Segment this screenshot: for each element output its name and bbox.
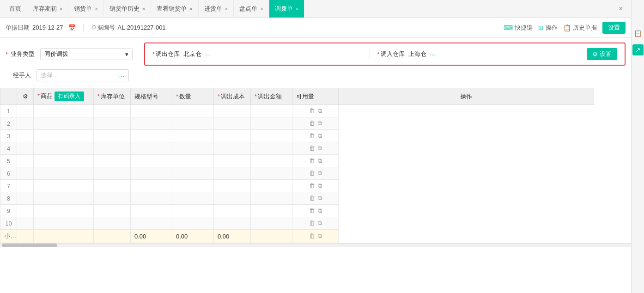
row-3-amount[interactable]: [214, 130, 251, 142]
row-2-cell-0[interactable]: [17, 117, 34, 130]
tab-transfer-order-close[interactable]: ×: [296, 6, 298, 12]
row-7-cell-0[interactable]: [17, 180, 34, 192]
row-5-amount[interactable]: [214, 155, 251, 167]
row-3-delete-icon[interactable]: 🗑: [309, 132, 315, 140]
row-8-qty[interactable]: [131, 192, 172, 205]
row-4-qty[interactable]: [131, 142, 172, 155]
row-4-amount[interactable]: [214, 142, 251, 155]
tab-inventory-check[interactable]: 盘点单 ×: [234, 0, 269, 18]
row-1-cost[interactable]: [172, 105, 214, 117]
row-7-cell-2[interactable]: [94, 180, 131, 192]
business-type-select[interactable]: 同价调拨 ▾: [40, 48, 133, 60]
row-8-delete-icon[interactable]: 🗑: [309, 195, 315, 202]
row-7-copy-icon[interactable]: ⧉: [318, 182, 322, 189]
row-8-cell-1[interactable]: [34, 192, 94, 205]
out-warehouse-more-icon[interactable]: ···: [205, 50, 211, 58]
tab-purchase-order-close[interactable]: ×: [225, 6, 228, 12]
row-6-cost[interactable]: [172, 167, 214, 180]
handler-more-icon[interactable]: ···: [119, 72, 125, 79]
row-1-cell-2[interactable]: [94, 105, 131, 117]
warehouse-settings-button[interactable]: ⚙ 设置: [587, 48, 617, 60]
row-8-cell-0[interactable]: [17, 192, 34, 205]
row-7-amount[interactable]: [214, 180, 251, 192]
row-4-cell-1[interactable]: [34, 142, 94, 155]
tab-sales-history[interactable]: 销货单历史 ×: [104, 0, 151, 18]
row-8-copy-icon[interactable]: ⧉: [318, 195, 322, 202]
row-9-avail[interactable]: [251, 205, 292, 217]
col-header-gear[interactable]: ⚙: [17, 88, 34, 105]
row-2-cell-2[interactable]: [94, 117, 131, 130]
row-2-qty[interactable]: [131, 117, 172, 130]
row-6-qty[interactable]: [131, 167, 172, 180]
row-5-cost[interactable]: [172, 155, 214, 167]
row-1-avail[interactable]: [251, 105, 292, 117]
row-6-avail[interactable]: [251, 167, 292, 180]
tab-inventory-init-close[interactable]: ×: [60, 6, 62, 12]
row-10-avail[interactable]: [251, 217, 292, 230]
row-6-amount[interactable]: [214, 167, 251, 180]
row-6-delete-icon[interactable]: 🗑: [309, 170, 315, 177]
tab-inventory-check-close[interactable]: ×: [260, 6, 263, 12]
row-5-delete-icon[interactable]: 🗑: [309, 157, 315, 165]
row-1-amount[interactable]: [214, 105, 251, 117]
tab-inventory-init[interactable]: 库存期初 ×: [27, 0, 68, 18]
tab-purchase-order[interactable]: 进货单 ×: [199, 0, 234, 18]
row-1-cell-0[interactable]: [17, 105, 34, 117]
row-9-copy-icon[interactable]: ⧉: [318, 207, 322, 214]
shortcut-button[interactable]: ⌨ 快捷键: [504, 24, 533, 32]
row-3-copy-icon[interactable]: ⧉: [318, 132, 322, 140]
row-6-cell-0[interactable]: [17, 167, 34, 180]
row-6-cell-1[interactable]: [34, 167, 94, 180]
row-2-cell-1[interactable]: [34, 117, 94, 130]
row-4-delete-icon[interactable]: 🗑: [309, 145, 315, 152]
row-3-cell-1[interactable]: [34, 130, 94, 142]
row-8-amount[interactable]: [214, 192, 251, 205]
row-3-cell-0[interactable]: [17, 130, 34, 142]
row-9-cell-2[interactable]: [94, 205, 131, 217]
row-10-copy-icon[interactable]: ⧉: [318, 220, 322, 227]
row-10-delete-icon[interactable]: 🗑: [309, 220, 315, 227]
row-10-cell-2[interactable]: [94, 217, 131, 230]
tab-sales-order-close[interactable]: ×: [95, 6, 97, 12]
history-button[interactable]: 📋 历史单据: [563, 24, 597, 32]
horizontal-scrollbar[interactable]: [0, 243, 631, 247]
row-6-cell-2[interactable]: [94, 167, 131, 180]
row-1-cell-1[interactable]: [34, 105, 94, 117]
row-10-cost[interactable]: [172, 217, 214, 230]
tab-transfer-order[interactable]: 调拨单 ×: [269, 0, 304, 18]
row-2-cost[interactable]: [172, 117, 214, 130]
row-7-cell-1[interactable]: [34, 180, 94, 192]
row-4-cell-0[interactable]: [17, 142, 34, 155]
row-3-qty[interactable]: [131, 130, 172, 142]
scroll-thumb[interactable]: [2, 244, 57, 247]
row-9-qty[interactable]: [131, 205, 172, 217]
row-2-avail[interactable]: [251, 117, 292, 130]
row-8-cell-2[interactable]: [94, 192, 131, 205]
row-5-avail[interactable]: [251, 155, 292, 167]
row-10-qty[interactable]: [131, 217, 172, 230]
row-4-cell-2[interactable]: [94, 142, 131, 155]
scan-button[interactable]: 扫码录入: [55, 92, 84, 101]
in-warehouse-more-icon[interactable]: ···: [430, 50, 436, 58]
row-3-cost[interactable]: [172, 130, 214, 142]
row-9-cell-1[interactable]: [34, 205, 94, 217]
row-5-qty[interactable]: [131, 155, 172, 167]
tab-view-sales-close[interactable]: ×: [189, 6, 192, 12]
row-5-cell-2[interactable]: [94, 155, 131, 167]
row-4-cost[interactable]: [172, 142, 214, 155]
row-2-delete-icon[interactable]: 🗑: [309, 120, 315, 127]
row-2-copy-icon[interactable]: ⧉: [318, 120, 322, 127]
row-8-cost[interactable]: [172, 192, 214, 205]
row-5-copy-icon[interactable]: ⧉: [318, 157, 322, 165]
row-6-copy-icon[interactable]: ⧉: [318, 170, 322, 177]
row-1-qty[interactable]: [131, 105, 172, 117]
tab-view-sales[interactable]: 查看销货单 ×: [151, 0, 198, 18]
row-3-avail[interactable]: [251, 130, 292, 142]
sidebar-doc-icon[interactable]: 📋: [632, 28, 644, 39]
sidebar-export-icon[interactable]: ↗: [632, 44, 644, 55]
row-9-delete-icon[interactable]: 🗑: [309, 207, 315, 214]
row-9-amount[interactable]: [214, 205, 251, 217]
row-5-cell-0[interactable]: [17, 155, 34, 167]
handler-select[interactable]: 选择... ···: [36, 69, 129, 81]
row-10-cell-1[interactable]: [34, 217, 94, 230]
